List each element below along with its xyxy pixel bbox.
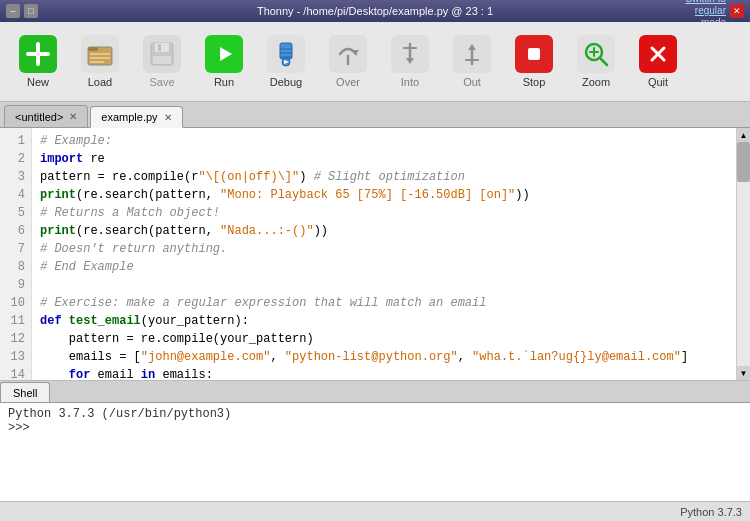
svg-rect-6 (90, 61, 104, 63)
tab-example-close[interactable]: ✕ (164, 112, 172, 123)
debug-label: Debug (270, 76, 302, 88)
out-icon (453, 35, 491, 73)
svg-marker-22 (406, 58, 414, 64)
new-label: New (27, 76, 49, 88)
tab-untitled[interactable]: <untitled> ✕ (4, 105, 88, 127)
svg-rect-10 (153, 56, 171, 64)
debug-icon (267, 35, 305, 73)
new-icon (19, 35, 57, 73)
tab-example[interactable]: example.py ✕ (90, 106, 182, 128)
editor-area: 12345 678910 1112131415 16171819 # Examp… (0, 128, 750, 381)
tab-example-label: example.py (101, 111, 157, 123)
run-icon (205, 35, 243, 73)
close-button[interactable]: ✕ (730, 4, 744, 18)
quit-icon (639, 35, 677, 73)
stop-icon (515, 35, 553, 73)
load-icon (81, 35, 119, 73)
stop-button[interactable]: Stop (504, 28, 564, 96)
run-button[interactable]: Run (194, 28, 254, 96)
status-bar: Python 3.7.3 (0, 501, 750, 521)
run-label: Run (214, 76, 234, 88)
over-label: Over (336, 76, 360, 88)
toolbar: New Load Save (0, 22, 750, 102)
save-label: Save (149, 76, 174, 88)
title-bar: – □ Thonny - /home/pi/Desktop/example.py… (0, 0, 750, 22)
scroll-track[interactable] (737, 142, 750, 366)
shell-tab[interactable]: Shell (0, 382, 50, 402)
vertical-scrollbar[interactable]: ▲ ▼ (736, 128, 750, 380)
zoom-button[interactable]: Zoom (566, 28, 626, 96)
load-button[interactable]: Load (70, 28, 130, 96)
minimize-button[interactable]: – (6, 4, 20, 18)
stop-label: Stop (523, 76, 546, 88)
shell-prompt-text: >>> (8, 421, 30, 435)
svg-rect-3 (88, 47, 98, 51)
over-button[interactable]: Over (318, 28, 378, 96)
svg-line-30 (600, 58, 607, 65)
svg-marker-25 (468, 44, 476, 50)
into-label: Into (401, 76, 419, 88)
shell-tab-label: Shell (13, 387, 37, 399)
code-editor[interactable]: # Example: import re pattern = re.compil… (32, 128, 736, 380)
scroll-thumb[interactable] (737, 142, 750, 182)
scroll-up-arrow[interactable]: ▲ (737, 128, 750, 142)
tab-untitled-label: <untitled> (15, 111, 63, 123)
shell-prompt[interactable]: >>> (8, 421, 742, 435)
debug-button[interactable]: Debug (256, 28, 316, 96)
scroll-down-arrow[interactable]: ▼ (737, 366, 750, 380)
tab-untitled-close[interactable]: ✕ (69, 111, 77, 122)
shell-python-version: Python 3.7.3 (/usr/bin/python3) (8, 407, 742, 421)
svg-rect-28 (528, 48, 540, 60)
over-icon (329, 35, 367, 73)
zoom-label: Zoom (582, 76, 610, 88)
new-button[interactable]: New (8, 28, 68, 96)
python-version-status: Python 3.7.3 (680, 506, 742, 518)
shell-area: Shell Python 3.7.3 (/usr/bin/python3) >>… (0, 381, 750, 501)
svg-rect-5 (90, 57, 110, 59)
main-content: 12345 678910 1112131415 16171819 # Examp… (0, 128, 750, 501)
tab-bar: <untitled> ✕ example.py ✕ (0, 102, 750, 128)
svg-rect-8 (155, 43, 169, 52)
out-label: Out (463, 76, 481, 88)
svg-rect-4 (90, 53, 110, 55)
svg-rect-9 (158, 44, 161, 51)
maximize-button[interactable]: □ (24, 4, 38, 18)
quit-button[interactable]: Quit (628, 28, 688, 96)
save-button[interactable]: Save (132, 28, 192, 96)
into-icon (391, 35, 429, 73)
out-button[interactable]: Out (442, 28, 502, 96)
window-title: Thonny - /home/pi/Desktop/example.py @ 2… (86, 5, 664, 17)
save-icon (143, 35, 181, 73)
shell-tab-bar: Shell (0, 381, 750, 403)
zoom-icon (577, 35, 615, 73)
load-label: Load (88, 76, 112, 88)
line-numbers: 12345 678910 1112131415 16171819 (0, 128, 32, 380)
shell-content[interactable]: Python 3.7.3 (/usr/bin/python3) >>> (0, 403, 750, 501)
quit-label: Quit (648, 76, 668, 88)
into-button[interactable]: Into (380, 28, 440, 96)
